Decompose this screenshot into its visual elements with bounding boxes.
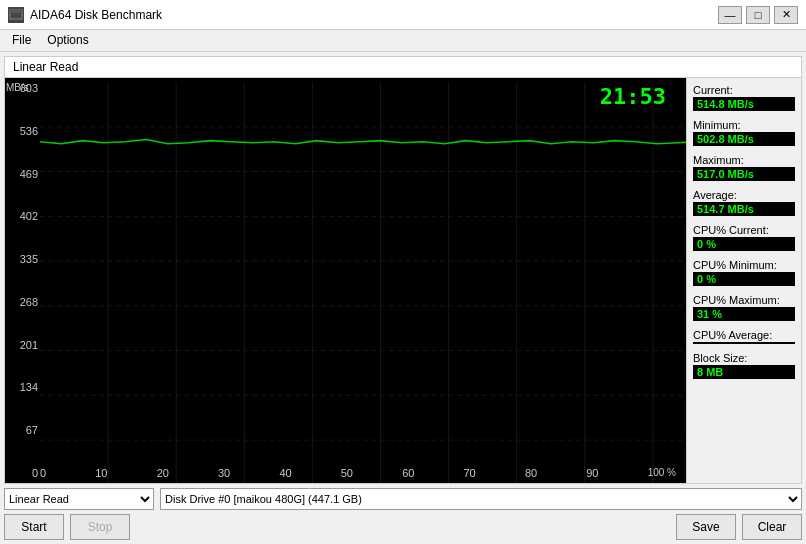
x-label-70: 70	[464, 467, 476, 483]
y-label-268: 268	[7, 296, 38, 308]
minimize-button[interactable]: —	[718, 6, 742, 24]
control-row-1: Linear Read Random Read Linear Write Ran…	[4, 488, 802, 510]
chart-svg	[40, 82, 686, 483]
stat-current: Current: 514.8 MB/s	[693, 84, 795, 111]
menu-options[interactable]: Options	[39, 32, 96, 49]
y-label-67: 67	[7, 424, 38, 436]
y-axis: 603 536 469 402 335 268 201 134 67 0	[5, 78, 40, 483]
maximum-value: 517.0 MB/s	[693, 167, 795, 181]
maximum-label: Maximum:	[693, 154, 795, 166]
tab-linear-read[interactable]: Linear Read	[4, 56, 802, 77]
average-label: Average:	[693, 189, 795, 201]
x-label-40: 40	[279, 467, 291, 483]
start-button[interactable]: Start	[4, 514, 64, 540]
app-icon	[8, 7, 24, 23]
cpu-maximum-value: 31 %	[693, 307, 795, 321]
average-value: 514.7 MB/s	[693, 202, 795, 216]
x-label-10: 10	[95, 467, 107, 483]
stat-cpu-maximum: CPU% Maximum: 31 %	[693, 294, 795, 321]
stat-cpu-average: CPU% Average:	[693, 329, 795, 344]
x-label-20: 20	[157, 467, 169, 483]
control-row-2: Start Stop Save Clear	[4, 514, 802, 540]
y-label-536: 536	[7, 125, 38, 137]
cpu-current-label: CPU% Current:	[693, 224, 795, 236]
main-window: Linear Read MB/s 603 536 469 402 335 268…	[0, 52, 806, 544]
timestamp: 21:53	[600, 84, 666, 109]
stat-block-size: Block Size: 8 MB	[693, 352, 795, 379]
cpu-maximum-label: CPU% Maximum:	[693, 294, 795, 306]
stat-cpu-current: CPU% Current: 0 %	[693, 224, 795, 251]
block-size-label: Block Size:	[693, 352, 795, 364]
stop-button[interactable]: Stop	[70, 514, 130, 540]
chart-area: MB/s 603 536 469 402 335 268 201 134 67 …	[5, 78, 686, 483]
menu-file[interactable]: File	[4, 32, 39, 49]
x-label-100: 100 %	[648, 467, 676, 483]
close-button[interactable]: ✕	[774, 6, 798, 24]
x-label-50: 50	[341, 467, 353, 483]
cpu-average-value	[693, 342, 795, 344]
x-label-80: 80	[525, 467, 537, 483]
menu-bar: File Options	[0, 30, 806, 52]
title-bar: AIDA64 Disk Benchmark — □ ✕	[0, 0, 806, 30]
y-label-134: 134	[7, 381, 38, 393]
cpu-minimum-label: CPU% Minimum:	[693, 259, 795, 271]
x-label-60: 60	[402, 467, 414, 483]
stat-cpu-minimum: CPU% Minimum: 0 %	[693, 259, 795, 286]
minimum-value: 502.8 MB/s	[693, 132, 795, 146]
y-label-603: 603	[7, 82, 38, 94]
stat-average: Average: 514.7 MB/s	[693, 189, 795, 216]
y-label-402: 402	[7, 210, 38, 222]
drive-select[interactable]: Disk Drive #0 [maikou 480G] (447.1 GB)	[160, 488, 802, 510]
y-label-201: 201	[7, 339, 38, 351]
minimum-label: Minimum:	[693, 119, 795, 131]
clear-button[interactable]: Clear	[742, 514, 802, 540]
window-controls: — □ ✕	[718, 6, 798, 24]
y-label-0: 0	[7, 467, 38, 479]
x-axis: 0 10 20 30 40 50 60 70 80 90 100 %	[40, 467, 676, 483]
stat-minimum: Minimum: 502.8 MB/s	[693, 119, 795, 146]
current-value: 514.8 MB/s	[693, 97, 795, 111]
data-line	[40, 140, 686, 144]
stat-maximum: Maximum: 517.0 MB/s	[693, 154, 795, 181]
stats-panel: Current: 514.8 MB/s Minimum: 502.8 MB/s …	[686, 78, 801, 483]
bottom-controls: Linear Read Random Read Linear Write Ran…	[4, 488, 802, 540]
y-label-335: 335	[7, 253, 38, 265]
x-label-30: 30	[218, 467, 230, 483]
window-title: AIDA64 Disk Benchmark	[30, 8, 718, 22]
test-select[interactable]: Linear Read Random Read Linear Write Ran…	[4, 488, 154, 510]
cpu-minimum-value: 0 %	[693, 272, 795, 286]
x-label-90: 90	[586, 467, 598, 483]
y-label-469: 469	[7, 168, 38, 180]
x-label-0: 0	[40, 467, 46, 483]
maximize-button[interactable]: □	[746, 6, 770, 24]
svg-rect-1	[10, 10, 22, 13]
cpu-average-label: CPU% Average:	[693, 329, 795, 341]
cpu-current-value: 0 %	[693, 237, 795, 251]
current-label: Current:	[693, 84, 795, 96]
content-area: MB/s 603 536 469 402 335 268 201 134 67 …	[4, 77, 802, 484]
save-button[interactable]: Save	[676, 514, 736, 540]
block-size-value: 8 MB	[693, 365, 795, 379]
